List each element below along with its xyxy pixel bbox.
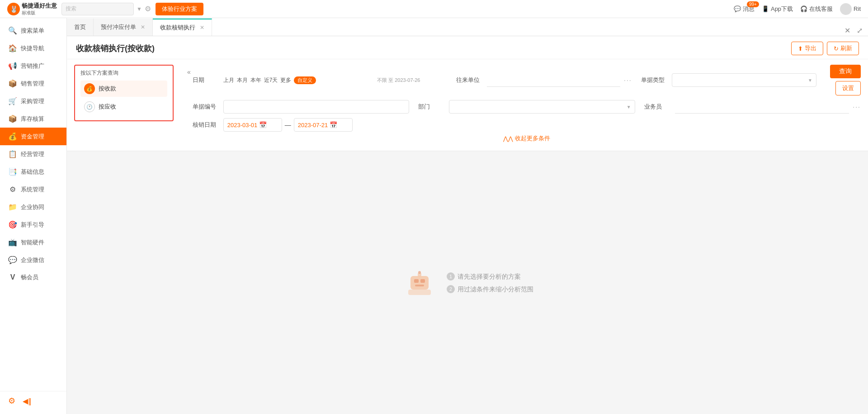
bill-type-arrow: ▼ <box>808 78 812 83</box>
filter-option-by-receipt[interactable]: 💰 按收款 <box>80 81 167 97</box>
refresh-icon: ↻ <box>834 45 839 52</box>
empty-state: 1 请先选择要分析的方案 2 用过滤条件来缩小分析范围 <box>401 265 533 301</box>
sidebar-label-marketing: 营销推广 <box>21 62 44 70</box>
writeoff-date-label: 核销日期 <box>193 121 220 129</box>
sidebar-item-inventory[interactable]: 📦 库存核算 <box>0 110 66 128</box>
message-icon: 💬 <box>734 5 741 12</box>
sidebar-item-system[interactable]: ⚙ 系统管理 <box>0 181 66 198</box>
filter-action-col: 查询 设置 <box>826 65 861 95</box>
writeoff-date-end-input[interactable]: 2023-07-21 📅 <box>294 118 353 132</box>
close-tab-btn[interactable]: ✕ <box>843 25 852 36</box>
query-btn[interactable]: 查询 <box>830 65 861 78</box>
sidebar-label-quick-nav: 快捷导航 <box>21 44 44 52</box>
dept-select[interactable]: ▼ <box>449 100 635 114</box>
app-download-btn[interactable]: 📱 App下载 <box>762 5 793 13</box>
export-btn[interactable]: ⬆ 导出 <box>791 42 823 55</box>
salesperson-label: 业务员 <box>644 103 671 111</box>
main-content: 1 请先选择要分析的方案 2 用过滤条件来缩小分析范围 <box>67 151 868 414</box>
basic-info-icon: 📑 <box>8 167 17 176</box>
sidebar-item-enterprise[interactable]: 📁 企业协同 <box>0 198 66 216</box>
tab-receivable[interactable]: 收款核销执行 ✕ <box>153 19 212 36</box>
salesperson-more-btn[interactable]: ··· <box>853 103 861 110</box>
tab-receivable-close[interactable]: ✕ <box>200 24 204 31</box>
logo-icon: 🐰 <box>7 3 20 15</box>
sidebar-label-search-menu: 搜索菜单 <box>21 27 44 35</box>
setting-btn[interactable]: 设置 <box>835 81 861 95</box>
date-last-month[interactable]: 上月 <box>223 76 234 84</box>
collapse-sidebar-btn[interactable]: ◀‖ <box>23 397 32 405</box>
sidebar-item-business[interactable]: 📋 经营管理 <box>0 145 66 163</box>
tab-controls: ✕ ⤢ <box>839 25 868 36</box>
top-bar-left: 🐰 畅捷通好生意 标准版 搜索 ▼ ⚙ 体验行业方案 <box>7 2 203 16</box>
search-menu-icon: 🔍 <box>8 26 17 35</box>
sidebar-item-finance[interactable]: 💰 资金管理 <box>0 128 66 145</box>
top-search-display[interactable]: 搜索 <box>61 3 134 15</box>
counterparty-more-btn[interactable]: ··· <box>624 76 632 84</box>
filter-collapse-btn[interactable]: « <box>185 68 193 76</box>
writeoff-date-start-input[interactable]: 2023-03-01 📅 <box>223 118 282 132</box>
smart-hw-icon: 📺 <box>8 238 17 247</box>
svg-rect-0 <box>410 276 429 290</box>
svg-rect-4 <box>408 290 431 295</box>
tab-prepay-close[interactable]: ✕ <box>141 24 145 30</box>
sidebar-item-search-menu[interactable]: 🔍 搜索菜单 <box>0 22 66 39</box>
filter-row-1: 日期 上月 本月 本年 近7天 更多 自定义 不限 至 2023-0 <box>193 65 861 95</box>
sidebar-item-marketing[interactable]: 📢 营销推广 <box>0 57 66 75</box>
sidebar-item-smart-hw[interactable]: 📺 智能硬件 <box>0 233 66 251</box>
bill-type-select[interactable]: ▼ <box>672 73 816 87</box>
empty-text: 1 请先选择要分析的方案 2 用过滤条件来缩小分析范围 <box>447 270 533 295</box>
writeoff-date-field: 核销日期 2023-03-01 📅 — 2023-07-21 📅 <box>193 118 861 132</box>
date-this-year[interactable]: 本年 <box>250 76 261 84</box>
sidebar-label-smart-hw: 智能硬件 <box>21 238 44 247</box>
calendar-end-icon[interactable]: 📅 <box>330 121 337 128</box>
messages-btn[interactable]: 💬 消息 99+ <box>734 5 755 13</box>
tabs-bar: 首页 预付冲应付单 ✕ 收款核销执行 ✕ ✕ ⤢ <box>67 18 868 36</box>
empty-step-1-text: 请先选择要分析的方案 <box>458 270 521 283</box>
brand-name: 畅捷通好生意 <box>22 2 57 10</box>
industry-btn[interactable]: 体验行业方案 <box>156 3 203 15</box>
settings-icon[interactable]: ⚙ <box>8 396 15 406</box>
brand-text: 畅捷通好生意 标准版 <box>22 2 57 16</box>
date-last-7-days[interactable]: 近7天 <box>264 76 278 84</box>
calendar-start-icon[interactable]: 📅 <box>259 121 267 128</box>
refresh-btn[interactable]: ↻ 刷新 <box>827 42 859 55</box>
filter-scheme-selector: 按以下方案查询 💰 按收款 🕐 按应收 <box>74 65 174 121</box>
date-more[interactable]: 更多 <box>280 76 291 84</box>
sidebar-item-purchase[interactable]: 🛒 采购管理 <box>0 92 66 110</box>
tab-home[interactable]: 首页 <box>67 19 94 36</box>
sidebar-item-wecom[interactable]: 💬 企业微信 <box>0 251 66 269</box>
sidebar-item-quick-nav[interactable]: 🏠 快捷导航 <box>0 39 66 57</box>
gear-icon-top[interactable]: ⚙ <box>145 5 151 13</box>
sidebar-item-basic-info[interactable]: 📑 基础信息 <box>0 163 66 181</box>
bill-type-field: 单据类型 ▼ <box>641 73 816 87</box>
tab-prepay-label: 预付冲应付单 <box>101 23 136 31</box>
collapse-more-btn[interactable]: ⋀⋀ 收起更多条件 <box>193 132 861 145</box>
sidebar-item-newbie[interactable]: 🎯 新手引导 <box>0 216 66 233</box>
top-bar: 🐰 畅捷通好生意 标准版 搜索 ▼ ⚙ 体验行业方案 💬 消息 99+ 📱 Ap… <box>0 0 868 18</box>
content-area: 首页 预付冲应付单 ✕ 收款核销执行 ✕ ✕ ⤢ 收款核销执行(按收款) ⬆ 导… <box>67 18 868 414</box>
date-custom-badge[interactable]: 自定义 <box>294 76 316 84</box>
empty-step-1: 1 请先选择要分析的方案 <box>447 270 533 283</box>
online-service-btn[interactable]: 🎧 在线客服 <box>800 5 833 13</box>
dept-field: 部门 ▼ <box>418 100 635 114</box>
sidebar: 🔍 搜索菜单 🏠 快捷导航 📢 营销推广 📦 销售管理 🛒 采购管理 📦 库存核… <box>0 18 67 414</box>
svg-rect-1 <box>414 279 419 283</box>
sidebar-item-sales[interactable]: 📦 销售管理 <box>0 75 66 92</box>
bill-no-input[interactable] <box>223 100 409 114</box>
sidebar-item-member[interactable]: V 畅会员 <box>0 269 66 286</box>
date-label: 日期 <box>193 76 220 84</box>
page-actions: ⬆ 导出 ↻ 刷新 <box>791 42 859 55</box>
app-logo: 🐰 畅捷通好生意 标准版 <box>7 2 57 16</box>
chevron-down-icon[interactable]: ▼ <box>137 6 142 12</box>
tab-prepay[interactable]: 预付冲应付单 ✕ <box>94 19 153 36</box>
purchase-icon: 🛒 <box>8 97 17 105</box>
sidebar-label-sales: 销售管理 <box>21 80 44 88</box>
sales-icon: 📦 <box>8 79 17 88</box>
maximize-btn[interactable]: ⤢ <box>855 25 864 36</box>
step-1-num: 1 <box>447 272 455 281</box>
filter-option-by-receivable[interactable]: 🕐 按应收 <box>80 99 167 115</box>
bill-type-label: 单据类型 <box>641 76 668 84</box>
user-menu[interactable]: Rit <box>840 3 861 15</box>
date-this-month[interactable]: 本月 <box>237 76 248 84</box>
bill-no-label: 单据编号 <box>193 103 220 111</box>
